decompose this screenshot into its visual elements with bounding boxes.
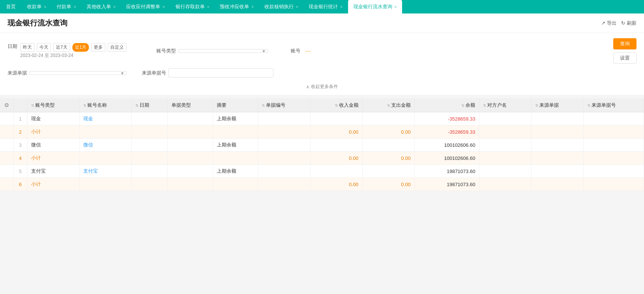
close-icon[interactable]: × — [340, 0, 342, 13]
cell-source-doc-no — [584, 152, 644, 165]
cell-summary — [213, 178, 258, 191]
cell-counterpart — [479, 125, 531, 139]
table-header-row: ⚙⇅账号类型⇅账号名称⇅日期单据类型摘要⇅单据编号⇅收入金额⇅支出金额⇅余额⇅对… — [0, 98, 644, 112]
close-icon[interactable]: × — [207, 0, 209, 13]
top-nav: 首页 收款单×付款单×其他收入单×应收应付调整单×银行存取款单×预收冲应收单×收… — [0, 0, 644, 13]
nav-tab-付款单[interactable]: 付款单× — [51, 0, 81, 13]
cell-account-name — [79, 125, 131, 139]
cell-doc-no — [258, 112, 310, 125]
nav-home[interactable]: 首页 — [0, 0, 22, 13]
filter-area: 日期 昨天今天近7天近1月更多自定义 2023-02-24 至 2023-03-… — [0, 33, 644, 96]
nav-tab-收款核销执行[interactable]: 收款核销执行× — [259, 0, 303, 13]
date-btn-近7天[interactable]: 近7天 — [53, 43, 70, 52]
col-source_doc[interactable]: ⇅来源单据 — [531, 98, 584, 112]
col-label-account_name: 账号名称 — [87, 102, 107, 108]
col-counterpart[interactable]: ⇅对方户名 — [479, 98, 531, 112]
nav-tab-预收冲应收单[interactable]: 预收冲应收单× — [215, 0, 259, 13]
close-icon[interactable]: × — [113, 0, 116, 13]
table-row: 6小计0.000.0019871073.60 — [0, 178, 644, 191]
account-name-link[interactable]: 微信 — [83, 142, 93, 148]
account-type-select[interactable] — [178, 49, 268, 53]
cell-doc-no — [258, 125, 310, 139]
sort-icon: ⇅ — [387, 103, 390, 107]
nav-tab-银行存取款单[interactable]: 银行存取款单× — [170, 0, 215, 13]
nav-tab-收款单[interactable]: 收款单× — [22, 0, 51, 13]
table-row: 1现金现金上期余额-3528659.33 — [0, 112, 644, 125]
cell-summary — [213, 125, 258, 139]
query-button[interactable]: 查询 — [613, 38, 636, 49]
close-icon[interactable]: × — [162, 0, 165, 13]
cell-settings — [0, 112, 14, 125]
gear-icon[interactable]: ⚙ — [4, 102, 9, 108]
nav-tab-应收应付调整单[interactable]: 应收应付调整单× — [121, 0, 170, 13]
nav-tab-其他收入单[interactable]: 其他收入单× — [81, 0, 121, 13]
cell-date — [131, 125, 167, 139]
collapse-icon: ∧ — [306, 84, 309, 90]
cell-account-name[interactable]: 微信 — [79, 139, 131, 152]
cell-balance: -3528659.33 — [414, 112, 479, 125]
col-date[interactable]: ⇅日期 — [131, 98, 167, 112]
cell-settings — [0, 165, 14, 178]
cell-account-name[interactable]: 现金 — [79, 112, 131, 125]
sort-icon: ⇅ — [262, 103, 265, 107]
refresh-label: 刷新 — [627, 20, 636, 27]
col-doc_no[interactable]: ⇅单据编号 — [258, 98, 310, 112]
close-icon[interactable]: × — [395, 0, 397, 13]
cell-num: 1 — [14, 112, 27, 125]
cell-account-name[interactable]: 支付宝 — [79, 165, 131, 178]
cell-doc-no — [258, 152, 310, 165]
close-icon[interactable]: × — [44, 0, 46, 13]
source-doc-select[interactable] — [29, 71, 127, 75]
col-label-counterpart: 对方户名 — [487, 102, 507, 108]
date-btn-昨天[interactable]: 昨天 — [20, 43, 35, 52]
date-btn-自定义[interactable]: 自定义 — [108, 43, 126, 52]
col-account_type[interactable]: ⇅账号类型 — [27, 98, 79, 112]
cell-date — [131, 152, 167, 165]
col-income[interactable]: ⇅收入金额 — [310, 98, 362, 112]
settings-button[interactable]: 设置 — [613, 52, 636, 64]
collapse-bar[interactable]: ∧ 收起更多条件 — [8, 82, 636, 93]
nav-tab-现金银行统计[interactable]: 现金银行统计× — [303, 0, 348, 13]
cell-doc-type — [167, 139, 213, 152]
refresh-button[interactable]: ↻ 刷新 — [621, 20, 636, 27]
nav-tab-label: 现金银行统计 — [309, 0, 338, 13]
cell-counterpart — [479, 165, 531, 178]
account-filter: 账号 ··· — [291, 47, 313, 55]
sort-icon: ⇅ — [587, 103, 590, 107]
date-btn-今天[interactable]: 今天 — [37, 43, 51, 52]
export-label: 导出 — [607, 20, 617, 27]
close-icon[interactable]: × — [251, 0, 254, 13]
close-icon[interactable]: × — [74, 0, 76, 13]
col-source_doc_no[interactable]: ⇅来源单据号 — [584, 98, 644, 112]
nav-tab-现金银行流水查询[interactable]: 现金银行流水查询× — [348, 0, 402, 13]
cell-doc-type — [167, 125, 213, 139]
export-button[interactable]: ↗ 导出 — [601, 20, 617, 27]
table-row: 4小计0.000.00100102606.60 — [0, 152, 644, 165]
col-summary: 摘要 — [213, 98, 258, 112]
source-doc-no-input[interactable] — [168, 68, 273, 78]
col-expense[interactable]: ⇅支出金额 — [362, 98, 414, 112]
header-actions: ↗ 导出 ↻ 刷新 — [601, 20, 636, 27]
col-balance[interactable]: ⇅余额 — [414, 98, 479, 112]
date-btn-近1月[interactable]: 近1月 — [72, 43, 89, 52]
col-account_name[interactable]: ⇅账号名称 — [79, 98, 131, 112]
col-label-summary: 摘要 — [217, 102, 227, 108]
account-dots-btn[interactable]: ··· — [303, 47, 313, 55]
sort-icon: ⇅ — [535, 103, 538, 107]
account-name-link[interactable]: 支付宝 — [83, 168, 98, 174]
col-settings[interactable]: ⚙ — [0, 98, 14, 112]
col-label-account_type: 账号类型 — [35, 102, 55, 108]
cell-counterpart — [479, 152, 531, 165]
close-icon[interactable]: × — [296, 0, 298, 13]
account-type-filter: 账号类型 ▾ — [156, 48, 268, 54]
date-btn-更多[interactable]: 更多 — [91, 43, 105, 52]
cell-account-type: 支付宝 — [27, 165, 79, 178]
account-name-link[interactable]: 现金 — [83, 116, 93, 121]
cell-income — [310, 139, 362, 152]
col-doc_type: 单据类型 — [167, 98, 213, 112]
cell-source-doc-no — [584, 112, 644, 125]
cell-date — [131, 165, 167, 178]
cell-expense — [362, 139, 414, 152]
nav-tab-label: 付款单 — [57, 0, 71, 13]
cell-income: 0.00 — [310, 152, 362, 165]
